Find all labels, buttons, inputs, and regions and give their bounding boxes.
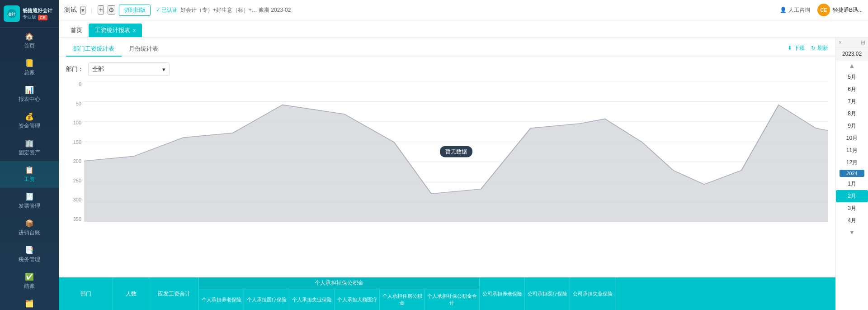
settings-gear-button[interactable]: ⚙ [108, 5, 115, 14]
sub-tabs: 部门工资统计表 月份统计表 [66, 42, 165, 57]
svg-text:会计: 会计 [8, 12, 16, 16]
company-name: 测试 [64, 6, 77, 14]
th-dept: 部门 [59, 277, 113, 310]
status-tags: 好会计（专）+好生意（标）+… 账期 2023-02 [180, 6, 291, 14]
sub-tab-actions: ⬇ 下载 ↻ 刷新 [788, 44, 828, 55]
date-5month[interactable]: 5月 [836, 71, 868, 83]
y-label-150: 150 [73, 139, 81, 145]
company-dropdown-btn[interactable]: ▾ [80, 6, 85, 14]
th-personal-housing: 个人承担住房公积金 [380, 289, 425, 310]
expand-panel-button[interactable]: ⊞ [861, 39, 865, 46]
sidebar-label-assets: 固定资产 [19, 149, 40, 157]
sidebar-item-settle[interactable]: ✅ 结账 [0, 268, 59, 295]
certified-status: ✓ 已认证 [156, 6, 178, 14]
date-10month[interactable]: 10月 [836, 132, 868, 144]
tab-salary-report[interactable]: 工资统计报表 × [89, 24, 142, 37]
date-2024-1month[interactable]: 1月 [836, 178, 868, 190]
sidebar-item-assets[interactable]: 🏢 固定资产 [0, 134, 59, 161]
sidebar-item-sales[interactable]: 📦 进销台账 [0, 215, 59, 241]
sidebar-label-salary: 工资 [24, 176, 35, 183]
topbar-right: 👤 人工咨询 CE 轻捷通B迅... [780, 4, 863, 16]
th-company-medical: 公司承担医疗保险 [525, 277, 570, 310]
sidebar-item-salary[interactable]: 📋 工资 [0, 161, 59, 188]
sidebar-item-ledger[interactable]: 📒 总账 [0, 54, 59, 81]
dept-filter-value: 全部 [92, 65, 104, 73]
date-9month[interactable]: 9月 [836, 120, 868, 132]
main-panel: 部门工资统计表 月份统计表 ⬇ 下载 ↻ 刷新 部门： [59, 38, 835, 310]
sidebar-label-invoice: 发票管理 [19, 202, 40, 210]
check-icon: ✓ [156, 7, 160, 13]
th-personal-medical: 个人承担医疗保险 [244, 289, 289, 310]
chart-tooltip: 暂无数据 [440, 146, 472, 157]
th-personal-total: 个人承担社保公积金合计 [425, 289, 479, 310]
sub-tab-month[interactable]: 月份统计表 [122, 42, 165, 57]
refresh-label: 刷新 [817, 44, 828, 52]
settle-icon: ✅ [25, 272, 34, 281]
sep1: | [91, 7, 92, 14]
filter-row: 部门： 全部 ▾ [59, 57, 835, 81]
user-name: 轻捷通B迅... [833, 6, 863, 14]
select-chevron-icon: ▾ [162, 66, 165, 73]
y-label-50: 50 [76, 101, 81, 106]
refresh-button[interactable]: ↻ 刷新 [811, 44, 828, 52]
download-button[interactable]: ⬇ 下载 [788, 44, 805, 52]
sales-icon: 📦 [25, 219, 34, 228]
date-current: 2023.02 [836, 48, 868, 60]
sidebar-label-fund: 资金管理 [19, 122, 40, 130]
user-menu[interactable]: CE 轻捷通B迅... [817, 4, 863, 16]
fund-icon: 💰 [25, 112, 34, 121]
topbar: 测试 ▾ | + ⚙ 切到旧版 ✓ 已认证 好会计（专）+好生意（标）+… 账期… [59, 0, 868, 20]
tax-icon: 📑 [25, 246, 34, 254]
sidebar-label-settle: 结账 [24, 282, 35, 290]
sidebar-item-home[interactable]: 🏠 首页 [0, 28, 59, 54]
salary-icon: 📋 [25, 166, 34, 174]
y-label-250: 250 [73, 178, 81, 183]
date-7month[interactable]: 7月 [836, 95, 868, 108]
y-label-350: 350 [73, 216, 81, 222]
date-nav-up[interactable]: ▲ [836, 60, 868, 71]
add-button[interactable]: + [98, 5, 104, 14]
th-headcount: 人数 [113, 277, 149, 310]
salary-tab-label: 工资统计报表 [95, 26, 130, 34]
date-8month[interactable]: 8月 [836, 108, 868, 120]
sidebar-logo: 会计 畅捷通好会计 专业版 CE [0, 0, 59, 28]
support-button[interactable]: 👤 人工咨询 [780, 6, 810, 14]
th-personal-pension: 个人承担养老保险 [199, 289, 244, 310]
date-6month[interactable]: 6月 [836, 83, 868, 95]
chart-area-fill [84, 105, 828, 222]
status-bar: ✓ 已认证 好会计（专）+好生意（标）+… 账期 2023-02 [156, 6, 291, 14]
th-personal-cells: 个人承担养老保险 个人承担医疗保险 个人承担失业保险 个人承担大额医疗 个人承担… [199, 289, 479, 310]
avatar: CE [817, 4, 830, 16]
sidebar-item-archive[interactable]: 🗂️ 归档管理 [0, 295, 59, 310]
th-personal-unemploy: 个人承担失业保险 [289, 289, 335, 310]
date-12month[interactable]: 12月 [836, 157, 868, 169]
tab-home[interactable]: 首页 [64, 24, 89, 37]
sidebar-item-report[interactable]: 📊 报表中心 [0, 81, 59, 108]
sidebar-item-invoice[interactable]: 🧾 发票管理 [0, 188, 59, 215]
date-2024-2month[interactable]: 2月 [836, 190, 868, 202]
sidebar: 会计 畅捷通好会计 专业版 CE 🏠 首页 📒 总账 📊 报表中心 💰 资金管理 [0, 0, 59, 310]
date-11month[interactable]: 11月 [836, 144, 868, 157]
date-nav-down[interactable]: ▼ [836, 227, 868, 238]
sidebar-label-report: 报表中心 [19, 95, 40, 103]
sidebar-label-tax: 税务管理 [19, 256, 40, 263]
sub-tab-dept[interactable]: 部门工资统计表 [66, 42, 122, 57]
app-logo-icon: 会计 [4, 5, 20, 22]
tab-close-icon[interactable]: × [133, 28, 136, 33]
date-2024-4month[interactable]: 4月 [836, 215, 868, 227]
archive-icon: 🗂️ [25, 299, 34, 308]
switch-version-button[interactable]: 切到旧版 [119, 5, 151, 16]
dept-filter-select[interactable]: 全部 ▾ [88, 62, 170, 76]
table-header: 部门 人数 应发工资合计 个人承担社保公积金 个人承担养老保险 个人承担医疗保险… [59, 277, 835, 310]
date-2024-3month[interactable]: 3月 [836, 202, 868, 215]
y-label-300: 300 [73, 197, 81, 202]
sidebar-item-tax[interactable]: 📑 税务管理 [0, 241, 59, 268]
th-personal-bigmedical: 个人承担大额医疗 [335, 289, 380, 310]
sidebar-item-fund[interactable]: 💰 资金管理 [0, 108, 59, 134]
chevron-down-icon: ▾ [81, 7, 85, 14]
refresh-icon: ↻ [811, 45, 816, 51]
sub-tabbar: 部门工资统计表 月份统计表 ⬇ 下载 ↻ 刷新 [59, 38, 835, 57]
close-panel-button[interactable]: × [839, 39, 842, 46]
app-edition: 专业版 [23, 14, 36, 20]
ledger-icon: 📒 [25, 59, 34, 67]
